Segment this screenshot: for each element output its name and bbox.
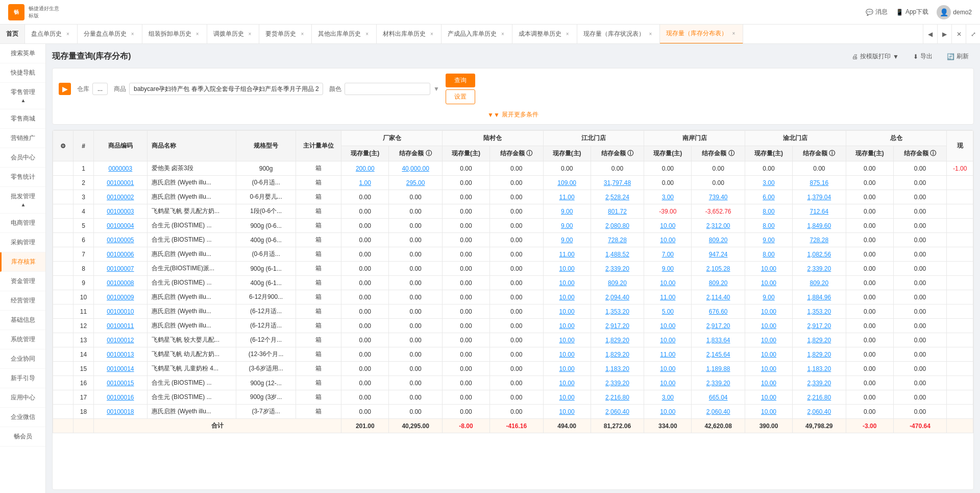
cell-s4-v1[interactable]: 2,339.20 [807,380,831,387]
tab-9[interactable]: 成本调整单历史 × [512,25,577,44]
cell-s4-v0[interactable]: 10.00 [761,308,776,315]
cell-s3-v1[interactable]: 947.24 [709,251,728,258]
cell-s3-v0[interactable]: 10.00 [660,322,675,330]
cell-s3-v0[interactable]: 11.00 [660,294,675,301]
cell-s2-v1[interactable]: 2,060.40 [605,408,629,415]
tab-10[interactable]: 现存量（库存状况表） × [577,25,660,44]
cell-s2-v0[interactable]: 10.00 [559,308,575,315]
cell-s2-v1[interactable]: 809.20 [608,279,627,287]
cell-s3-v1[interactable]: 809.20 [709,279,728,287]
cell-s2-v0[interactable]: 10.00 [559,380,575,387]
cell-s3-v0[interactable]: 10.00 [660,337,675,344]
cell-s0-v1[interactable]: 295.00 [406,179,425,186]
app-download-btn[interactable]: 📱 App下载 [896,8,928,16]
sidebar-item-system[interactable]: 系统管理 [0,330,45,349]
tab-8[interactable]: 产成品入库单历史 × [442,25,512,44]
cell-s2-v0[interactable]: 10.00 [559,365,575,372]
row-code[interactable]: 00100014 [107,365,134,372]
sidebar-item-finance[interactable]: 资金管理 [0,272,45,291]
cell-s4-v1[interactable]: 2,339.20 [807,265,831,272]
sidebar-item-appstore[interactable]: 应用中心 [0,388,45,408]
cell-s4-v1[interactable]: 1,829.20 [807,351,831,358]
close-tab-4[interactable]: × [247,31,253,37]
cell-s3-v0[interactable]: 3.00 [662,394,674,401]
goods-input[interactable] [129,83,323,95]
cell-s4-v0[interactable]: 10.00 [761,265,776,272]
close-tab-2[interactable]: × [130,31,136,37]
cell-s4-v1[interactable]: 1,849.60 [807,222,831,229]
sidebar-item-wholesale[interactable]: 批发管理 ▲ [0,187,45,214]
set-btn[interactable]: 设置 [446,89,475,104]
row-code[interactable]: 00100015 [107,380,134,387]
cell-s4-v0[interactable]: 9.00 [763,294,774,301]
cell-s2-v1[interactable]: 728.28 [608,237,627,244]
cell-s4-v1[interactable]: 712.64 [810,208,828,215]
query-btn[interactable]: 查询 [446,74,475,87]
close-tab-7[interactable]: × [429,31,435,37]
row-code[interactable]: 00100013 [107,351,134,358]
cell-s4-v1[interactable]: 809.20 [810,279,828,287]
cell-s2-v0[interactable]: 9.00 [561,208,573,215]
tab-2[interactable]: 分量盘点单历史 × [78,25,142,44]
cell-s3-v0[interactable]: 10.00 [660,380,675,387]
cell-s3-v0[interactable]: 10.00 [660,222,675,229]
cell-s4-v0[interactable]: 10.00 [761,279,776,287]
cell-s3-v0[interactable]: 10.00 [660,408,675,415]
cell-s2-v0[interactable]: 9.00 [561,237,573,244]
close-tab-10[interactable]: × [648,31,654,37]
cell-s2-v1[interactable]: 2,339.20 [605,380,629,387]
message-btn[interactable]: 💬 消息 [866,8,888,16]
cell-s3-v1[interactable]: 2,917.20 [706,322,730,330]
cell-s3-v1[interactable]: 2,105.28 [706,265,730,272]
close-tab-11[interactable]: × [730,30,737,37]
cell-s2-v1[interactable]: 1,353.20 [605,308,629,315]
cell-s4-v1[interactable]: 728.28 [810,237,828,244]
cell-s3-v1[interactable]: 2,060.40 [706,408,730,415]
row-code[interactable]: 00100011 [107,322,134,330]
sidebar-item-quicknav[interactable]: 快捷导航 [0,63,45,83]
cell-s3-v0[interactable]: 10.00 [660,365,675,372]
tab-5[interactable]: 要货单历史 × [259,25,312,44]
cell-s0-v1[interactable]: 40,000.00 [402,165,429,172]
search-expand-btn[interactable]: ▶ [59,83,71,95]
color-input[interactable] [345,83,430,95]
cell-s4-v1[interactable]: 2,216.80 [807,394,831,401]
cell-s2-v1[interactable]: 2,216.80 [605,394,629,401]
cell-s3-v1[interactable]: 676.60 [709,308,728,315]
sidebar-item-wechat[interactable]: 企业微信 [0,408,45,427]
cell-s4-v0[interactable]: 10.00 [761,380,776,387]
close-tab-6[interactable]: × [364,31,370,37]
tab-home[interactable]: 首页 [0,25,25,44]
cell-s2-v0[interactable]: 9.00 [561,222,573,229]
tab-1[interactable]: 盘点单历史 × [25,25,78,44]
cell-s4-v0[interactable]: 8.00 [763,222,774,229]
cell-s4-v0[interactable]: 3.00 [763,179,774,186]
sidebar-item-operations[interactable]: 经营管理 [0,291,45,311]
sidebar-item-retail-mgmt[interactable]: 零售管理 ▲ [0,83,45,109]
cell-s3-v1[interactable]: 1,833.64 [706,337,730,344]
row-code[interactable]: 00100003 [107,208,134,215]
cell-s2-v1[interactable]: 2,917.20 [605,322,629,330]
tab-3[interactable]: 组装拆卸单历史 × [142,25,207,44]
cell-s4-v1[interactable]: 1,884.96 [807,294,831,301]
close-tab-8[interactable]: × [500,31,506,37]
cell-s2-v1[interactable]: 2,528.24 [605,194,629,201]
close-tab-9[interactable]: × [565,31,571,37]
cell-s3-v1[interactable]: 1,189.88 [706,365,730,372]
sidebar-item-guide[interactable]: 新手引导 [0,369,45,388]
row-code[interactable]: 00100006 [107,251,134,258]
sidebar-item-retail-stats[interactable]: 零售统计 [0,168,45,187]
cell-s2-v1[interactable]: 1,488.52 [605,251,629,258]
cell-s2-v0[interactable]: 10.00 [559,351,575,358]
tab-7[interactable]: 材料出库单历史 × [377,25,442,44]
cell-s2-v1[interactable]: 1,829.20 [605,351,629,358]
row-code[interactable]: 00100002 [107,194,134,201]
cell-s2-v0[interactable]: 10.00 [559,265,575,272]
sidebar-item-inventory[interactable]: 库存核算 [0,252,45,272]
cell-s2-v0[interactable]: 10.00 [559,337,575,344]
cell-s4-v0[interactable]: 6.00 [763,194,774,201]
cell-s0-v0[interactable]: 1.00 [359,179,371,186]
cell-s4-v0[interactable]: 8.00 [763,208,774,215]
sidebar-item-search[interactable]: 搜索英单 [0,44,45,63]
row-code[interactable]: 00100018 [107,408,134,415]
